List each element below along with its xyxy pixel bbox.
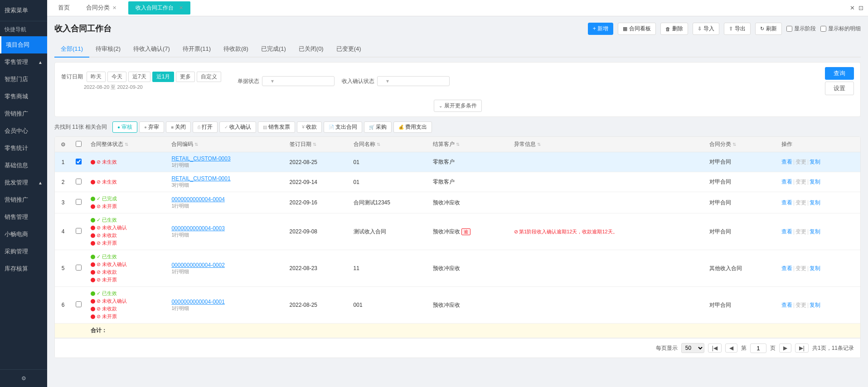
code-link-0[interactable]: RETAIL_CUSTOM-0003 xyxy=(171,155,230,162)
sidebar-item-7[interactable]: 基础信息 xyxy=(0,157,47,174)
date-btn-4[interactable]: 更多 xyxy=(176,72,195,82)
code-link-4[interactable]: 0000000000004-0002 xyxy=(171,262,224,268)
row-checkbox-0[interactable] xyxy=(76,159,82,164)
audit-button[interactable]: ● 审核 xyxy=(112,121,137,133)
sidebar-item-1[interactable]: 零售管理▲ xyxy=(0,53,47,71)
code-link-3[interactable]: 0000000000004-0003 xyxy=(171,225,224,232)
row-customer-2: 预收冲应收 xyxy=(428,192,509,213)
export-button[interactable]: ⇧ 导出 xyxy=(724,23,751,35)
table-settings-icon[interactable]: ⚙ xyxy=(59,141,67,148)
refresh-button[interactable]: ↻ 刷新 xyxy=(755,23,782,35)
status-tab-2[interactable]: 待收入确认(7) xyxy=(127,41,176,58)
code-link-1[interactable]: RETAIL_CUSTOM-0001 xyxy=(171,175,230,182)
sidebar-item-8[interactable]: 批发管理▲ xyxy=(0,174,47,191)
status-tab-3[interactable]: 待开票(11) xyxy=(176,41,217,58)
status-tab-7[interactable]: 已变更(4) xyxy=(330,41,368,58)
sidebar-nav[interactable]: 快捷导航 xyxy=(0,21,47,36)
doc-status-select[interactable]: ▾ xyxy=(262,76,335,86)
income-confirm-select[interactable]: ▾ xyxy=(377,76,450,86)
show-detail-checkbox[interactable]: 显示标的明细 xyxy=(820,25,861,33)
per-page-select[interactable]: 50 100 200 xyxy=(681,343,704,353)
date-btn-2[interactable]: 近7天 xyxy=(128,72,150,82)
fee-out-button[interactable]: 💰 费用支出 xyxy=(393,121,432,133)
sidebar-settings[interactable]: ⚙ xyxy=(0,369,47,387)
status-tab-6[interactable]: 已关闭(0) xyxy=(292,41,330,58)
status-tab-0[interactable]: 全部(11) xyxy=(54,41,89,58)
purchase-button[interactable]: 🛒 采购 xyxy=(364,121,392,133)
copy-btn-1[interactable]: 复制 xyxy=(810,179,820,185)
last-page-button[interactable]: ▶| xyxy=(795,343,809,353)
new-button[interactable]: + 新增 xyxy=(588,23,613,35)
delete-button[interactable]: 🗑 删除 xyxy=(660,23,688,35)
change-btn-1[interactable]: 变更 xyxy=(795,179,806,185)
expense-out-button[interactable]: 📄 支出合同 xyxy=(324,121,362,133)
date-btn-1[interactable]: 今天 xyxy=(107,72,126,82)
code-link-2[interactable]: 0000000000004-0004 xyxy=(171,196,224,203)
change-btn-4[interactable]: 变更 xyxy=(795,265,806,271)
copy-btn-2[interactable]: 复制 xyxy=(810,199,820,206)
view-btn-0[interactable]: 查看 xyxy=(781,159,792,165)
income-confirm-button[interactable]: ✓ 收入确认 xyxy=(219,121,256,133)
row-checkbox-3[interactable] xyxy=(76,228,82,234)
tab-2[interactable]: 收入合同工作台✕ xyxy=(128,1,190,15)
view-btn-5[interactable]: 查看 xyxy=(781,302,792,308)
kanban-button[interactable]: ▦ 合同看板 xyxy=(618,23,656,35)
print-button[interactable]: ⎙ 打开 xyxy=(193,121,218,133)
change-btn-3[interactable]: 变更 xyxy=(795,228,806,235)
view-btn-2[interactable]: 查看 xyxy=(781,199,792,206)
copy-btn-5[interactable]: 复制 xyxy=(810,302,820,308)
date-btn-3[interactable]: 近1月 xyxy=(152,72,175,82)
change-btn-2[interactable]: 变更 xyxy=(795,199,806,206)
query-button[interactable]: 查询 xyxy=(825,67,854,80)
copy-btn-0[interactable]: 复制 xyxy=(810,159,820,165)
sidebar-item-3[interactable]: 零售商城 xyxy=(0,88,47,105)
sidebar-item-10[interactable]: 销售管理 xyxy=(0,208,47,226)
resize-window-icon[interactable]: ⊡ xyxy=(858,5,863,11)
status-tab-1[interactable]: 待审核(2) xyxy=(89,41,127,58)
date-btn-5[interactable]: 自定义 xyxy=(197,72,221,82)
sidebar-item-11[interactable]: 小畅电商 xyxy=(0,226,47,243)
row-checkbox-4[interactable] xyxy=(76,265,82,271)
copy-btn-4[interactable]: 复制 xyxy=(810,265,820,271)
status-tab-5[interactable]: 已完成(1) xyxy=(255,41,292,58)
select-all-checkbox[interactable] xyxy=(76,141,82,147)
close-window-icon[interactable]: ✕ xyxy=(850,5,855,11)
change-btn-0[interactable]: 变更 xyxy=(795,159,806,165)
view-btn-4[interactable]: 查看 xyxy=(781,265,792,271)
sidebar-item-6[interactable]: 零售统计 xyxy=(0,140,47,157)
sidebar-item-13[interactable]: 库存核算 xyxy=(0,260,47,277)
copy-btn-3[interactable]: 复制 xyxy=(810,228,820,235)
sidebar-item-0[interactable]: 项目合同 xyxy=(0,36,47,53)
sidebar-item-4[interactable]: 营销推广 xyxy=(0,105,47,122)
date-btn-0[interactable]: 昨天 xyxy=(87,72,106,82)
show-fields-checkbox[interactable]: 显示阶段 xyxy=(786,25,816,33)
code-link-5[interactable]: 0000000000004-0001 xyxy=(171,299,224,305)
sales-invoice-button[interactable]: ▤ 销售发票 xyxy=(258,121,295,133)
sidebar-item-9[interactable]: 营销推广 xyxy=(0,191,47,208)
row-checkbox-1[interactable] xyxy=(76,179,82,184)
first-page-button[interactable]: |◀ xyxy=(708,343,722,353)
th-status: 合同整体状态⇅ xyxy=(86,137,167,152)
page-number-input[interactable] xyxy=(750,343,766,353)
close-button[interactable]: ■ 关闭 xyxy=(166,121,191,133)
sidebar-search[interactable]: 搜索菜单 xyxy=(0,0,47,21)
collection-button[interactable]: ¥ 收款 xyxy=(297,121,322,133)
change-btn-5[interactable]: 变更 xyxy=(795,302,806,308)
row-ops-5: 查看|变更|复制 xyxy=(777,287,860,324)
prev-page-button[interactable]: ◀ xyxy=(725,343,737,353)
view-btn-3[interactable]: 查看 xyxy=(781,228,792,235)
abandon-button[interactable]: ● 弃审 xyxy=(139,121,164,133)
tab-0[interactable]: 首页 xyxy=(52,0,76,16)
import-button[interactable]: ⇩ 导入 xyxy=(693,23,719,35)
sidebar-item-2[interactable]: 智慧门店 xyxy=(0,71,47,88)
expand-filter-button[interactable]: ⌄ 展开更多条件 xyxy=(434,100,482,112)
sidebar-item-5[interactable]: 会员中心 xyxy=(0,122,47,140)
sidebar-item-12[interactable]: 采购管理 xyxy=(0,243,47,260)
row-checkbox-5[interactable] xyxy=(76,301,82,307)
set-button[interactable]: 设置 xyxy=(825,82,854,95)
next-page-button[interactable]: ▶ xyxy=(779,343,791,353)
view-btn-1[interactable]: 查看 xyxy=(781,179,792,185)
status-tab-4[interactable]: 待收款(8) xyxy=(217,41,255,58)
row-checkbox-2[interactable] xyxy=(76,199,82,205)
tab-1[interactable]: 合同分类✕ xyxy=(80,0,123,16)
